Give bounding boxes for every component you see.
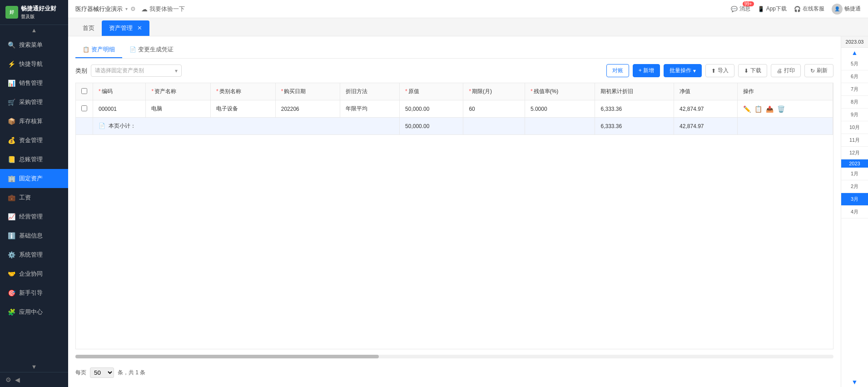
header-action: 操作 [738, 83, 833, 100]
refresh-button[interactable]: ↻ 刷新 [804, 64, 833, 77]
finance-icon: 💰 [7, 137, 15, 144]
month-11[interactable]: 11月 [841, 134, 868, 147]
print-label: 打印 [784, 67, 795, 74]
tab-home-label: 首页 [83, 25, 94, 31]
sidebar-item-fixed-assets[interactable]: 🏢 固定资产 [0, 169, 68, 188]
sidebar-item-label: 新手引导 [19, 289, 43, 297]
header-net-value: 净值 [674, 83, 738, 100]
message-button[interactable]: 💬 消息 99+ [731, 5, 750, 13]
copy-icon[interactable]: 📋 [754, 105, 762, 113]
user-avatar-button[interactable]: 👤 畅捷通 [832, 4, 861, 15]
subtotal-initial-depreciation: 6,333.36 [595, 118, 674, 135]
month-7[interactable]: 7月 [841, 83, 868, 96]
new-button[interactable]: + 新增 [633, 64, 660, 77]
header-checkbox-cell [76, 83, 93, 100]
company-name: 医疗器械行业演示 [75, 5, 123, 13]
edit-icon[interactable]: ✏️ [743, 105, 751, 113]
batch-arrow-icon: ▾ [693, 68, 696, 74]
toolbar-actions: 对账 + 新增 批量操作 ▾ ⬆ 导入 ⬇ 下载 🖨 [606, 64, 833, 77]
month-6[interactable]: 6月 [841, 70, 868, 83]
company-selector[interactable]: 医疗器械行业演示 ▾ ⚙ [75, 5, 136, 13]
purchase-icon: 🛒 [7, 99, 15, 106]
header-depreciation-method: 折旧方法 [340, 83, 400, 100]
sub-tab-asset-detail[interactable]: 📋 资产明细 [75, 42, 122, 58]
row-original-value: 50,000.00 [400, 100, 463, 118]
sidebar-item-apps[interactable]: 🧩 应用中心 [0, 303, 68, 322]
sidebar-item-ledger[interactable]: 📒 总账管理 [0, 150, 68, 169]
topbar-right: 💬 消息 99+ 📱 App下载 🎧 在线客服 👤 畅捷通 [731, 4, 861, 15]
month-12[interactable]: 12月 [841, 147, 868, 159]
category-select[interactable]: 请选择固定资产类别 ▾ [91, 64, 182, 77]
sidebar-item-label: 经营管理 [19, 213, 43, 221]
subtotal-action-empty [738, 118, 833, 135]
sidebar-logo-text: 畅捷通好业财 普及版 [21, 5, 56, 20]
delete-icon[interactable]: 🗑️ [777, 105, 785, 113]
experience-text: 我要体验一下 [149, 5, 185, 13]
export-icon[interactable]: 📤 [766, 105, 774, 113]
row-period: 60 [463, 100, 525, 118]
settings-gear-icon[interactable]: ⚙ [130, 5, 136, 12]
batch-label: 批量操作 [670, 67, 691, 74]
header-category: *类别名称 [211, 83, 276, 100]
month-5[interactable]: 5月 [841, 58, 868, 70]
app-download-button[interactable]: 📱 App下载 [758, 5, 787, 13]
sidebar-item-management[interactable]: 📈 经营管理 [0, 207, 68, 226]
row-checkbox[interactable] [81, 105, 87, 111]
sidebar-item-basic-info[interactable]: ℹ️ 基础信息 [0, 226, 68, 245]
user-name: 畅捷通 [844, 5, 861, 13]
import-button[interactable]: ⬆ 导入 [705, 64, 734, 77]
tab-home[interactable]: 首页 [75, 20, 102, 36]
sidebar-item-guide[interactable]: 🎯 新手引导 [0, 283, 68, 303]
horizontal-scrollbar[interactable] [75, 355, 833, 358]
sidebar-item-sales[interactable]: 📊 销售管理 [0, 74, 68, 93]
sub-tab-change-voucher[interactable]: 📄 变更生成凭证 [122, 42, 181, 58]
reconcile-button[interactable]: 对账 [606, 64, 629, 77]
tab-close-icon[interactable]: ✕ [137, 25, 142, 31]
sidebar-item-label: 库存核算 [19, 117, 43, 125]
table-header-row: *编码 *资产名称 *类别名称 *购买日期 折旧方法 *原值 *期限(月) *残… [76, 83, 833, 100]
month-2[interactable]: 2月 [841, 180, 868, 193]
settings-button[interactable]: ⚙ [5, 376, 11, 383]
chevron-down-icon: ▾ [125, 6, 128, 11]
per-page-select[interactable]: 50 100 200 [90, 367, 114, 378]
sidebar-scroll-up[interactable]: ▲ [0, 25, 68, 35]
month-4[interactable]: 4月 [841, 206, 868, 218]
tabbar: 首页 资产管理 ✕ [68, 18, 868, 36]
online-service-button[interactable]: 🎧 在线客服 [794, 5, 824, 13]
month-10[interactable]: 10月 [841, 121, 868, 134]
month-1[interactable]: 1月 [841, 168, 868, 180]
sidebar-item-system[interactable]: ⚙️ 系统管理 [0, 245, 68, 264]
sidebar-item-finance[interactable]: 💰 资金管理 [0, 131, 68, 150]
row-category: 电子设备 [211, 100, 276, 118]
sidebar-item-collab[interactable]: 🤝 企业协同 [0, 264, 68, 283]
row-checkbox-cell [76, 100, 93, 118]
header-purchase-date: *购买日期 [275, 83, 340, 100]
sidebar-item-quicknav[interactable]: ⚡ 快捷导航 [0, 55, 68, 74]
inventory-icon: 📦 [7, 118, 15, 125]
header-name: *资产名称 [146, 83, 211, 100]
quicknav-icon: ⚡ [7, 60, 15, 68]
collapse-button[interactable]: ◀ [15, 376, 20, 383]
print-button[interactable]: 🖨 打印 [771, 64, 801, 77]
month-3-active[interactable]: 3月 [841, 193, 868, 206]
sidebar-item-salary[interactable]: 💼 工资 [0, 188, 68, 207]
subtotal-net-value: 42,874.97 [674, 118, 738, 135]
sub-tab-label: 变更生成凭证 [138, 45, 174, 54]
sidebar-item-purchase[interactable]: 🛒 采购管理 [0, 93, 68, 112]
select-all-checkbox[interactable] [81, 88, 87, 94]
month-8[interactable]: 8月 [841, 96, 868, 109]
sidebar-logo: 好 畅捷通好业财 普及版 [5, 5, 63, 20]
batch-button[interactable]: 批量操作 ▾ [664, 64, 702, 77]
download-button[interactable]: ⬇ 下载 [738, 64, 767, 77]
month-9[interactable]: 9月 [841, 109, 868, 121]
tab-asset-management[interactable]: 资产管理 ✕ [102, 20, 149, 36]
right-panel-down[interactable]: ▼ [841, 377, 868, 387]
experience-btn[interactable]: ☁ 我要体验一下 [141, 5, 185, 13]
total-text: 条，共 1 条 [118, 369, 145, 377]
sidebar-scroll-down[interactable]: ▼ [0, 362, 68, 372]
sidebar-item-search[interactable]: 🔍 搜索菜单 [0, 35, 68, 55]
sidebar-item-inventory[interactable]: 📦 库存核算 [0, 112, 68, 131]
main-area: 医疗器械行业演示 ▾ ⚙ ☁ 我要体验一下 💬 消息 99+ 📱 App下载 🎧… [68, 0, 868, 387]
right-panel-up[interactable]: ▲ [841, 48, 868, 58]
sales-icon: 📊 [7, 79, 15, 87]
